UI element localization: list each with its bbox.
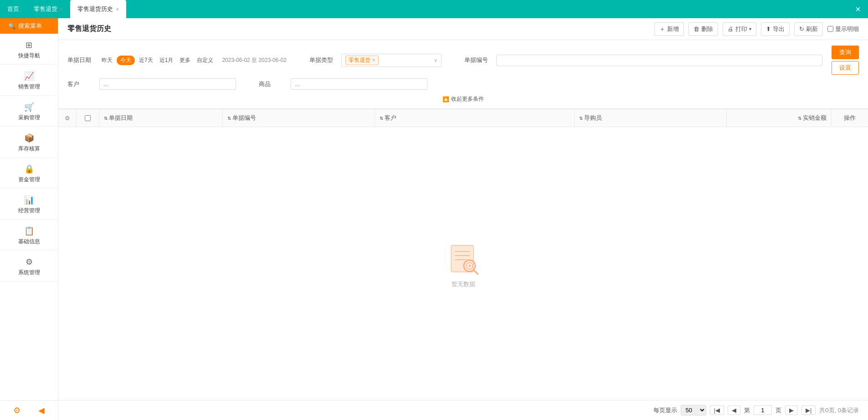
sidebar-search[interactable]: 🔍 搜索菜单 [0,18,58,34]
page-title: 零售退货历史 [67,24,111,34]
date-filter-label: 单据日期 [67,56,95,64]
bill-type-value: 零售退货 [349,56,370,64]
bill-type-remove-icon[interactable]: × [372,57,375,63]
tab-retail-return[interactable]: 零售退货 × [26,0,70,18]
sidebar-item-basic-info-label: 基础信息 [18,238,40,246]
sidebar-item-purchase-mgmt[interactable]: 🛒 采购管理 [0,96,58,127]
print-icon: 🖨 [728,26,734,32]
sidebar-item-purchase-mgmt-label: 采购管理 [18,114,40,122]
th-amount-label: 实销金额 [803,114,827,122]
th-checkbox[interactable] [77,109,99,127]
th-bill-date-label: 单据日期 [109,114,133,122]
sidebar-item-finance[interactable]: 🔒 资金管理 [0,158,58,189]
print-chevron-icon: ▾ [749,26,751,31]
add-button[interactable]: ＋ 新增 [654,22,684,36]
sidebar-item-inventory-label: 库存核算 [18,145,40,153]
date-opt-more[interactable]: 更多 [177,56,193,65]
select-all-checkbox[interactable] [85,115,91,121]
page-label: 第 [744,406,750,415]
sidebar-bottom: ⚙ ◀ [0,400,58,420]
sidebar-item-operations-label: 经营管理 [18,207,40,215]
th-action: 操作 [832,109,868,127]
sort-icon-amount[interactable]: ⇅ [798,116,801,121]
per-page-select[interactable]: 50 10 20 100 [681,405,706,415]
page-number-input[interactable] [754,405,772,415]
sidebar-item-quick-nav[interactable]: ⊞ 快捷导航 [0,34,58,65]
th-bill-no: ⇅ 单据编号 [223,109,375,127]
total-text: 共0页, 0条记录 [819,406,859,415]
date-opt-yesterday[interactable]: 昨天 [99,56,115,65]
set-button[interactable]: 设置 [832,61,859,75]
collapse-up-icon: 🔼 [442,96,449,102]
export-label: 导出 [773,25,785,33]
export-icon: ⬆ [766,26,771,32]
refresh-icon: ↻ [799,26,804,32]
print-label: 打印 [735,25,747,33]
th-bill-date: ⇅ 单据日期 [99,109,223,127]
tab-home[interactable]: 首页 [0,0,26,18]
tab-retail-return-history[interactable]: 零售退货历史 × [70,0,126,18]
first-page-button[interactable]: |◀ [710,405,724,415]
bill-no-input[interactable] [496,55,822,66]
goods-input[interactable] [291,78,427,90]
tab-bar: 首页 零售退货 × 零售退货历史 × [0,0,848,18]
tab-retail-return-label: 零售退货 [34,5,57,13]
date-opt-7days[interactable]: 近7天 [137,56,155,65]
filter-row-2: 客户 商品 [67,78,859,90]
sidebar-item-sales-mgmt-label: 销售管理 [18,83,40,91]
tab-retail-return-history-close[interactable]: × [116,6,118,12]
sidebar-item-system-mgmt[interactable]: ⚙ 系统管理 [0,251,58,282]
delete-button[interactable]: 🗑 删除 [688,22,718,36]
sort-icon-bill-no[interactable]: ⇅ [227,116,231,121]
header-actions: ＋ 新增 🗑 删除 🖨 打印 ▾ ⬆ 导出 ↻ 刷新 [654,22,859,36]
window-close-button[interactable]: × [848,0,868,18]
customer-input[interactable] [99,78,236,90]
collapse-sidebar-icon[interactable]: ◀ [38,405,45,415]
export-button[interactable]: ⬆ 导出 [761,22,790,36]
empty-icon [443,239,484,280]
bill-type-select[interactable]: 零售退货 × ∨ [341,54,442,67]
operations-icon: 📊 [24,195,34,205]
date-range-text: 2023-06-02 至 2023-06-02 [222,56,286,64]
main-layout: 🔍 搜索菜单 ⊞ 快捷导航 📈 销售管理 🛒 采购管理 📦 库存核算 🔒 资金管… [0,18,868,420]
date-opt-1month[interactable]: 近1月 [157,56,176,65]
bill-type-tag: 零售退货 × [345,56,379,65]
delete-label: 删除 [701,25,713,33]
next-page-button[interactable]: ▶ [785,405,798,415]
customer-filter-label: 客户 [67,80,95,88]
sidebar-search-label: 搜索菜单 [18,22,42,30]
date-opt-custom[interactable]: 自定义 [195,56,216,65]
th-guide-label: 导购员 [584,114,602,122]
tab-retail-return-close[interactable]: × [60,6,63,12]
collapse-bar[interactable]: 🔼 收起更多条件 [67,93,859,105]
display-detail-checkbox[interactable] [827,26,833,32]
page-header: 零售退货历史 ＋ 新增 🗑 删除 🖨 打印 ▾ ⬆ 导出 [58,18,868,40]
sidebar-item-basic-info[interactable]: 📋 基础信息 [0,220,58,251]
prev-page-button[interactable]: ◀ [728,405,740,415]
sidebar-item-sales-mgmt[interactable]: 📈 销售管理 [0,65,58,96]
sidebar-item-operations[interactable]: 📊 经营管理 [0,189,58,220]
print-button[interactable]: 🖨 打印 ▾ [723,22,756,36]
th-setting[interactable]: ⚙ [58,109,77,127]
pagination: 每页显示 50 10 20 100 |◀ ◀ 第 页 ▶ ▶| 共0页, 0条记… [58,400,868,420]
refresh-button[interactable]: ↻ 刷新 [794,22,823,36]
th-customer-label: 客户 [385,114,396,122]
add-icon: ＋ [659,25,665,33]
sales-mgmt-icon: 📈 [24,71,34,81]
quick-nav-icon: ⊞ [26,40,32,50]
last-page-button[interactable]: ▶| [801,405,816,415]
query-button[interactable]: 查询 [832,46,859,59]
bill-type-label: 单据类型 [309,56,337,64]
finance-icon: 🔒 [24,164,34,174]
sort-icon-guide[interactable]: ⇅ [579,116,583,121]
per-page-label: 每页显示 [653,406,677,415]
display-detail-toggle[interactable]: 显示明细 [827,25,859,33]
sort-icon-bill-date[interactable]: ⇅ [104,116,108,121]
settings-bottom-icon[interactable]: ⚙ [13,405,21,415]
bill-no-label: 单据编号 [464,56,492,64]
date-opt-today[interactable]: 今天 [117,56,135,65]
sidebar-item-finance-label: 资金管理 [18,176,40,184]
sort-icon-customer[interactable]: ⇅ [380,116,383,121]
empty-text: 暂无数据 [452,280,475,288]
sidebar-item-inventory[interactable]: 📦 库存核算 [0,127,58,158]
